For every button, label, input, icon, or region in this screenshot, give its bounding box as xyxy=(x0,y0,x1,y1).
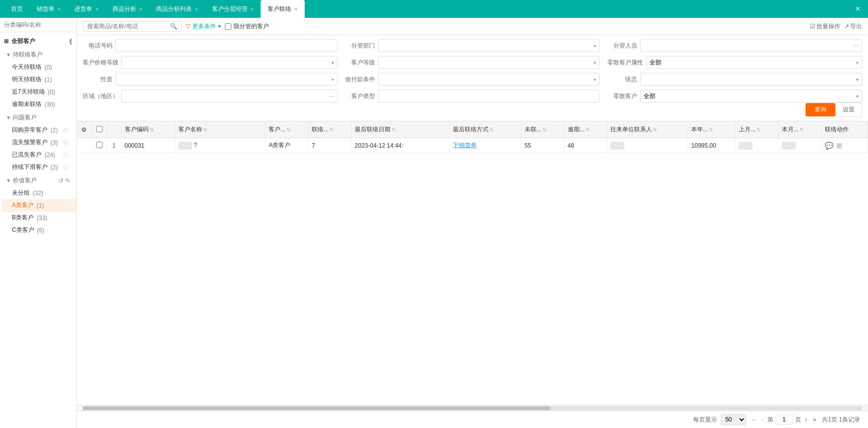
sidebar-item-churn-warn[interactable]: 流失预警客户(3) ⓘ xyxy=(2,136,76,149)
sidebar-item-tomorrow[interactable]: 明天待联络(1) xyxy=(2,73,76,86)
declining-info-icon[interactable]: ⓘ xyxy=(63,164,68,171)
tab-purchase-close[interactable]: × xyxy=(95,6,98,12)
window-close-button[interactable]: × xyxy=(852,4,864,13)
filter-customer-type-input[interactable] xyxy=(378,90,600,103)
batch-operation-button[interactable]: ☑ 批量操作 xyxy=(810,22,840,31)
export-button[interactable]: ↗ 导出 xyxy=(844,22,862,31)
page-number-input[interactable] xyxy=(775,415,793,425)
filter-payment-input[interactable]: ▾ xyxy=(378,73,600,86)
chat-action-icon[interactable]: 💬 xyxy=(825,142,833,150)
sidebar-item-class-b[interactable]: B类客户(33) xyxy=(2,212,76,224)
tab-customer-contact[interactable]: 客户联络 × xyxy=(261,0,304,18)
grid-action-icon[interactable]: ⊞ xyxy=(836,142,842,150)
value-edit-icon[interactable]: ✎ xyxy=(65,177,70,184)
tab-goods-analysis[interactable]: 商品分析 × xyxy=(106,0,149,18)
table-col-code[interactable]: 客户编码⇅ xyxy=(121,121,175,138)
sidebar-item-overdue[interactable]: 逾期未联络(30) xyxy=(2,98,76,110)
tab-customer-segment-close[interactable]: × xyxy=(251,6,254,12)
sidebar-item-7days[interactable]: 近7天待联络(0) xyxy=(2,86,76,98)
filter-region-input[interactable]: ··· xyxy=(121,90,337,103)
prev-page-button[interactable]: ‹ xyxy=(760,415,765,424)
tab-sales-close[interactable]: × xyxy=(57,6,60,12)
table-col-no-contact[interactable]: 未联...⇅ xyxy=(521,121,564,138)
filter-customer-level-input[interactable]: ▾ xyxy=(378,56,600,69)
row-last-method[interactable]: 下销货单 xyxy=(450,138,522,153)
row-code[interactable]: 000031 xyxy=(121,138,175,153)
table-col-name[interactable]: 客户名称⇅ xyxy=(175,121,266,138)
sidebar-section-pending-title[interactable]: ▼ 待联络客户 xyxy=(0,49,76,61)
phone-input-field[interactable] xyxy=(119,42,334,49)
next-page-button[interactable]: › xyxy=(803,415,809,424)
row-checkbox[interactable] xyxy=(96,142,103,148)
abnormal-info-icon[interactable]: ⓘ xyxy=(63,127,68,134)
table-col-unit-contact[interactable]: 往来单位联系人⇅ xyxy=(607,121,688,138)
last-method-link[interactable]: 下销货单 xyxy=(453,142,477,149)
tab-goods-list[interactable]: 商品分析列表 × xyxy=(149,0,205,18)
table-col-this-year[interactable]: 本年...⇅ xyxy=(688,121,736,138)
filter-price-level-input[interactable]: ▾ xyxy=(121,56,337,69)
tab-goods-list-close[interactable]: × xyxy=(195,6,198,12)
sidebar-collapse-icon[interactable]: ⟪ xyxy=(69,38,72,45)
row-checkbox-cell[interactable] xyxy=(92,138,107,153)
region-input-field[interactable] xyxy=(125,93,327,100)
sidebar-item-abnormal[interactable]: 回购异常客户(2) ⓘ xyxy=(2,124,76,136)
tab-home[interactable]: 首页 xyxy=(4,0,30,18)
customer-type-input-field[interactable] xyxy=(381,93,597,100)
sidebar-section-value-title[interactable]: ▼ 价值客户 ↺ ✎ xyxy=(0,174,76,187)
sidebar-all-customers[interactable]: ⊞ 全部客户 ⟪ xyxy=(0,34,76,49)
table-col-this-month[interactable]: 本月...⇅ xyxy=(779,121,822,138)
tab-customer-contact-close[interactable]: × xyxy=(294,6,297,12)
filter-dept-input[interactable]: ▾ xyxy=(378,39,600,52)
table-col-last-date[interactable]: 最后联络日期⇅ xyxy=(352,121,450,138)
sidebar-item-churned[interactable]: 已流失客户(24) ⓘ xyxy=(2,149,76,161)
tab-goods-analysis-close[interactable]: × xyxy=(139,6,142,12)
filter-retail-attr-input[interactable]: 全部 ▾ xyxy=(646,56,862,69)
nature-input-field[interactable] xyxy=(119,76,329,83)
sidebar-section-problem-title[interactable]: ▼ 问题客户 xyxy=(0,111,76,124)
horizontal-scrollbar[interactable] xyxy=(77,405,868,411)
status-input-field[interactable] xyxy=(644,76,854,83)
my-customers-checkbox-input[interactable] xyxy=(225,23,231,30)
scrollbar-thumb[interactable] xyxy=(83,406,550,410)
select-all-checkbox[interactable] xyxy=(96,126,103,132)
filter-nature-input[interactable]: ▾ xyxy=(115,73,337,86)
table-col-overdue[interactable]: 逾期...⇅ xyxy=(564,121,607,138)
row-name[interactable]: ? xyxy=(175,138,266,153)
main-search-input[interactable] xyxy=(87,23,168,30)
sidebar-item-unclassified[interactable]: 未分组(32) xyxy=(2,187,76,199)
first-page-button[interactable]: « xyxy=(750,415,758,424)
sidebar-search-input[interactable] xyxy=(4,21,77,28)
price-level-input-field[interactable] xyxy=(125,59,329,66)
customer-level-input-field[interactable] xyxy=(381,59,592,66)
churned-info-icon[interactable]: ⓘ xyxy=(63,152,68,159)
payment-input-field[interactable] xyxy=(381,76,592,83)
filter-phone-input[interactable] xyxy=(115,39,337,52)
table-col-last-month[interactable]: 上月...⇅ xyxy=(736,121,779,138)
page-size-select[interactable]: 10 20 50 100 xyxy=(721,414,746,425)
my-customers-checkbox[interactable]: 我分管的客户 xyxy=(225,22,269,31)
table-col-last-method[interactable]: 最后联络方式⇅ xyxy=(450,121,522,138)
tab-sales[interactable]: 销货单 × xyxy=(30,0,67,18)
setting-button[interactable]: 设置 xyxy=(835,103,862,117)
sidebar-item-today[interactable]: 今天待联络(0) xyxy=(2,61,76,73)
sidebar-item-class-c[interactable]: C类客户(6) xyxy=(2,224,76,236)
table-col-checkbox[interactable] xyxy=(92,121,107,138)
person-input-field[interactable] xyxy=(644,42,852,49)
value-refresh-icon[interactable]: ↺ xyxy=(58,177,63,184)
churn-warn-info-icon[interactable]: ⓘ xyxy=(63,139,68,146)
last-page-button[interactable]: » xyxy=(811,415,818,424)
table-col-contact[interactable]: 联络...⇅ xyxy=(309,121,352,138)
more-filters-button[interactable]: ▽ 更多条件 ▾ xyxy=(186,22,221,31)
query-button[interactable]: 查询 xyxy=(806,103,835,116)
filter-status-input[interactable]: ▾ xyxy=(640,73,862,86)
filter-retail-input[interactable]: 全部 ▾ xyxy=(640,90,862,103)
filter-person-input[interactable]: ··· xyxy=(640,39,862,52)
dept-input-field[interactable] xyxy=(381,42,592,49)
tab-customer-segment[interactable]: 客户分层经营 × xyxy=(205,0,261,18)
tab-purchase[interactable]: 进货单 × xyxy=(67,0,105,18)
sidebar-item-declining[interactable]: 持续下滑客户(2) ⓘ xyxy=(2,161,76,173)
main-search-icon[interactable]: 🔍 xyxy=(170,23,177,30)
table-col-gear[interactable]: ⚙ xyxy=(77,121,92,138)
sidebar-item-class-a[interactable]: A类客户(1) xyxy=(2,199,76,212)
table-col-level[interactable]: 客户...⇅ xyxy=(266,121,309,138)
